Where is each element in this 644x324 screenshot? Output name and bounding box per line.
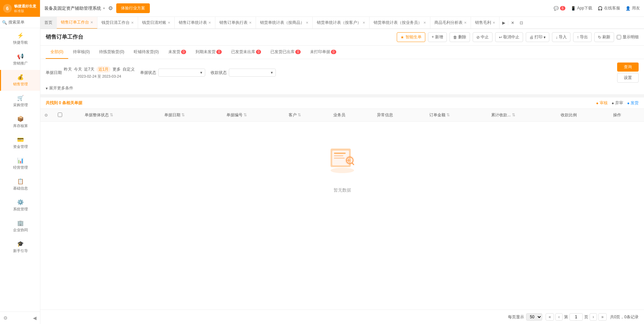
audit-action-btn[interactable]: ● 审核 [596,100,607,106]
tab-sales-gross-close[interactable]: ✕ [492,21,495,25]
filter-tab-pending-check[interactable]: 待拣货验货(0) [94,46,129,59]
topbar-settings-icon[interactable]: ⚙ [108,5,113,11]
sort-status-icon[interactable]: ⇅ [110,113,113,117]
delete-btn[interactable]: 🗑 删除 [449,32,470,42]
tab-cash-daily[interactable]: 钱货日清工作台 ✕ [97,17,138,29]
sidebar-item-guide[interactable]: 🎓 新手引导 [0,237,40,257]
stop-btn[interactable]: ⊘ 中止 [473,32,492,42]
smart-create-btn[interactable]: ★ 智能生单 [397,32,425,42]
tab-sales-exec-close[interactable]: ✕ [249,21,252,25]
page-prev-btn[interactable]: ‹ [555,313,563,321]
page-number-input[interactable] [569,313,583,321]
sort-received-icon[interactable]: ⇅ [512,113,515,117]
tab-home[interactable]: 首页 [40,17,57,29]
add-btn[interactable]: + 新增 [428,32,447,42]
show-detail-checkbox[interactable]: 显示明细 [617,34,639,40]
filter-tab-shipped-out[interactable]: 已发货未出库0 [226,46,266,59]
sidebar-item-operations[interactable]: 📊 经营管理 [0,153,40,174]
filter-tab-overdue[interactable]: 到期未发货0 [191,46,226,59]
tab-sales-stats[interactable]: 销售订单统计表 ✕ [175,17,215,29]
payment-select[interactable]: ▾ [229,69,276,77]
home-tab-label: 首页 [44,20,52,26]
column-settings-icon[interactable]: ⚙ [44,113,48,118]
topbar-dropdown-icon[interactable]: ▾ [103,6,105,10]
show-detail-input[interactable] [617,35,621,39]
print-btn[interactable]: 🖨 打印 ▾ [526,32,549,42]
tab-sales-customer[interactable]: 销货单统计表（按客户） ✕ [313,17,370,29]
page-next-btn[interactable]: › [590,313,597,321]
tab-cash-daily-close[interactable]: ✕ [131,21,134,25]
sidebar-settings-btn[interactable]: ⚙ [3,315,8,321]
tab-window-btn[interactable]: ⊡ [517,21,526,25]
filter-tab-shipped-in[interactable]: 已发货已出库0 [266,46,305,59]
message-btn[interactable]: 💬 6 [554,6,565,11]
table-scroll[interactable]: ⚙ 单据整体状态 ⇅ 单据日期 ⇅ [40,109,644,122]
settings-btn[interactable]: 设置 [617,73,639,83]
select-all-checkbox[interactable] [58,113,62,117]
sidebar-collapse-btn[interactable]: ◀ [33,315,37,321]
status-select[interactable]: ▾ [158,69,205,77]
import-btn[interactable]: ↓ 导入 [552,32,570,42]
date-opt-custom[interactable]: 自定义 [123,67,135,72]
tab-sales-workbench[interactable]: 销售订单工作台 ✕ [57,17,97,29]
date-opt-yesterday[interactable]: 昨天 [64,67,72,72]
sort-number-icon[interactable]: ⇅ [244,113,247,117]
export-btn[interactable]: ↑ 导出 [573,32,592,42]
tab-sales-workbench-close[interactable]: ✕ [90,21,93,24]
finance-label: 资金管理 [13,144,28,149]
date-range-display: 2023-02-24 至 2023-03-24 [78,74,121,79]
tab-sales-stats-close[interactable]: ✕ [208,21,211,25]
table-header-row: ⚙ 单据整体状态 ⇅ 单据日期 ⇅ [40,109,644,122]
filter-tab-pending-audit[interactable]: 待审核(0) [68,46,95,59]
filter-tab-unshipped[interactable]: 未发货0 [164,46,191,59]
date-opt-1month[interactable]: 近1月 [96,66,111,73]
sidebar-item-basic-info[interactable]: 📋 基础信息 [0,174,40,195]
tab-sales-exec[interactable]: 销售订单执行表 ✕ [215,17,256,29]
page-last-btn[interactable]: » [598,313,607,321]
filter-tab-wangpu[interactable]: 旺铺待发货(0) [129,46,164,59]
page-first-btn[interactable]: « [546,313,554,321]
sidebar-item-sales[interactable]: 💰 销售管理 [0,70,40,91]
date-opt-7days[interactable]: 近7天 [84,67,94,72]
sort-amount-icon[interactable]: ⇅ [446,113,450,117]
tab-margin-close[interactable]: ✕ [464,21,467,25]
tab-close-all-btn[interactable]: ✕ [508,21,517,25]
sidebar-item-purchase[interactable]: 🛒 采购管理 [0,91,40,112]
tab-sales-customer-close[interactable]: ✕ [362,21,365,25]
tab-cash-reconcile[interactable]: 钱货日清对账 ✕ [138,17,175,29]
date-opt-today[interactable]: 今天 [74,67,82,72]
query-btn[interactable]: 查询 [617,63,639,72]
tab-sales-product-close[interactable]: ✕ [306,21,308,25]
sidebar-item-finance[interactable]: 💳 资金管理 [0,132,40,153]
per-page-select[interactable]: 50 [526,313,542,321]
tab-sales-product[interactable]: 销货单统计表（按商品） ✕ [256,17,313,29]
app-download-btn[interactable]: 📱 App下载 [571,5,592,11]
sidebar-search-btn[interactable]: 🔍 搜索菜单 [0,17,40,28]
sidebar-item-inventory[interactable]: 📦 库存核算 [0,112,40,132]
tab-margin-analysis[interactable]: 商品毛利分析表 ✕ [430,17,471,29]
tab-cash-reconcile-close[interactable]: ✕ [168,21,170,25]
sidebar-item-marketing[interactable]: 📢 营销推广 [0,49,40,70]
tab-sales-staff[interactable]: 销货单统计表（按业务员） ✕ [370,17,430,29]
sidebar-item-enterprise[interactable]: 🏢 企业协同 [0,216,40,237]
date-opt-more[interactable]: 更多 [113,67,121,72]
user-btn[interactable]: 👤 用友 [626,5,640,11]
revoke-action-btn[interactable]: ● 弃审 [612,100,623,106]
enterprise-label: 企业协同 [13,228,28,233]
ship-action-btn[interactable]: ● 发货 [627,100,639,106]
tab-sales-staff-close[interactable]: ✕ [423,21,426,25]
cancel-stop-btn[interactable]: ↩ 取消中止 [495,32,523,42]
sidebar-item-system[interactable]: ⚙️ 系统管理 [0,195,40,216]
filter-tab-unprinted[interactable]: 未打印单据0 [305,46,341,59]
sort-date-icon[interactable]: ⇅ [181,113,185,117]
tab-more-btn[interactable]: ▶ [500,21,508,25]
sidebar-logo: 6 畅捷通好生意 标准版 [0,0,40,17]
expand-conditions-btn[interactable]: ▾ 展开更多条件 [46,85,639,91]
sort-customer-icon[interactable]: ⇅ [298,113,301,117]
industry-btn[interactable]: 体验行业方案 [116,3,150,13]
tab-sales-gross[interactable]: 销售毛利 ✕ [471,17,500,29]
sidebar-item-quick-nav[interactable]: ⚡ 快捷导航 [0,28,40,49]
refresh-btn[interactable]: ↻ 刷新 [594,32,614,42]
filter-tab-all[interactable]: 全部(0) [46,46,68,59]
online-service-btn[interactable]: 🎧 在线客服 [598,5,620,11]
